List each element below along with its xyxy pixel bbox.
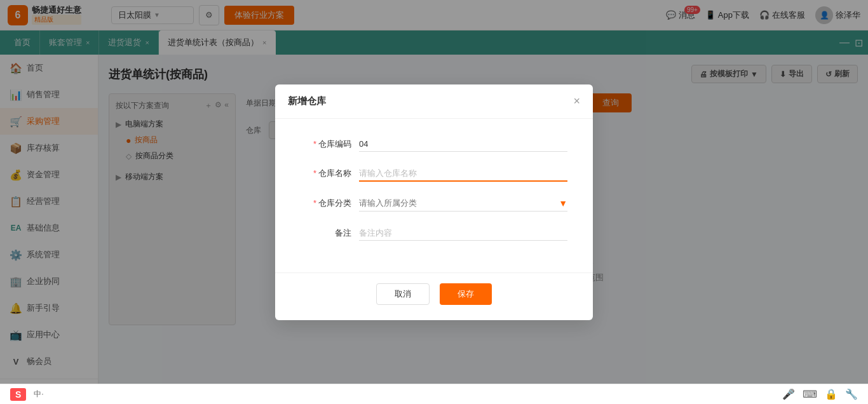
add-warehouse-modal: 新增仓库 × 仓库编码 仓库名称 仓库分类 ▼: [275, 84, 593, 320]
remark-label: 备注: [301, 227, 351, 239]
warehouse-category-label: 仓库分类: [301, 198, 351, 209]
modal-close-button[interactable]: ×: [573, 95, 580, 108]
warehouse-code-input[interactable]: [359, 137, 567, 152]
bottom-icons: 🎤 ⌨ 🔒 🔧: [782, 388, 858, 400]
save-button[interactable]: 保存: [440, 283, 492, 305]
remark-row: 备注: [301, 226, 567, 241]
tools-icon[interactable]: 🔧: [845, 388, 858, 400]
keyboard-icon[interactable]: ⌨: [803, 388, 817, 400]
warehouse-name-input[interactable]: [359, 166, 567, 182]
cancel-button[interactable]: 取消: [376, 283, 430, 305]
warehouse-category-wrap: ▼: [359, 196, 567, 212]
warehouse-name-row: 仓库名称: [301, 166, 567, 182]
remark-input[interactable]: [359, 226, 567, 241]
warehouse-name-label: 仓库名称: [301, 168, 351, 179]
warehouse-code-row: 仓库编码: [301, 137, 567, 152]
microphone-icon[interactable]: 🎤: [782, 388, 795, 400]
modal-footer: 取消 保存: [275, 273, 593, 320]
modal-overlay: 新增仓库 × 仓库编码 仓库名称 仓库分类 ▼: [0, 0, 868, 404]
warehouse-code-label: 仓库编码: [301, 138, 351, 150]
lock-icon[interactable]: 🔒: [825, 388, 837, 400]
bottom-logo: S: [10, 388, 26, 401]
modal-title: 新增仓库: [288, 95, 326, 107]
modal-body: 仓库编码 仓库名称 仓库分类 ▼ 备注: [275, 119, 593, 273]
warehouse-category-input[interactable]: [359, 198, 559, 208]
warehouse-category-row: 仓库分类 ▼: [301, 196, 567, 212]
bottom-bar: S 中· 🎤 ⌨ 🔒 🔧: [0, 384, 868, 404]
bottom-input-method: 中·: [34, 389, 43, 400]
category-dropdown-icon[interactable]: ▼: [559, 198, 567, 208]
modal-header: 新增仓库 ×: [275, 84, 593, 119]
